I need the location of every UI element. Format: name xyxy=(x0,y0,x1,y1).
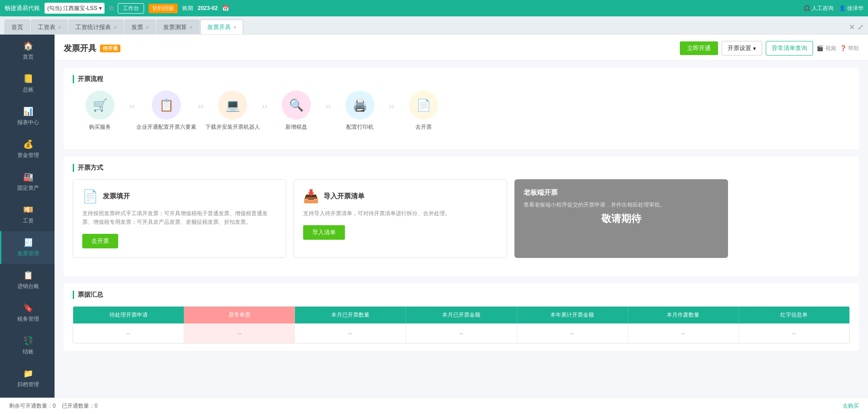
tab-invoice[interactable]: 发票 × xyxy=(125,20,155,34)
company-selector[interactable]: (勾当) 江西服宝-LSS ▾ xyxy=(45,3,105,14)
col-today-amount: 本月已开票金额 xyxy=(406,307,517,323)
sidebar-item-funds[interactable]: 💰 资金管理 xyxy=(0,133,55,166)
salary-icon: 💴 xyxy=(23,205,33,215)
tab-payroll-report-close[interactable]: × xyxy=(114,25,116,30)
sidebar-item-report[interactable]: 📊 报表中心 xyxy=(0,100,55,133)
tab-payroll-label: 工资表 xyxy=(38,23,55,31)
goto-buy-link[interactable]: 去购买 xyxy=(843,402,859,410)
calendar-icon[interactable]: 📅 xyxy=(222,5,229,11)
tab-close-all-button[interactable]: ✕ xyxy=(849,23,855,31)
funds-icon: 💰 xyxy=(23,139,33,149)
open-now-button[interactable]: 立即开通 xyxy=(680,41,718,55)
sidebar-item-fixed-label: 固定资产 xyxy=(17,184,39,192)
settlement-icon: 💱 xyxy=(23,336,33,346)
tab-payroll-close[interactable]: × xyxy=(58,25,61,30)
report-icon: 📊 xyxy=(23,106,33,116)
buy-service-label: 购买服务 xyxy=(89,123,111,131)
period-label: 账期 xyxy=(182,5,193,12)
flow-step-printer[interactable]: 🖨️ 配置打印机 xyxy=(333,91,387,131)
page-title: 发票开具 待开通 xyxy=(64,43,120,54)
flow-step-setup[interactable]: 📋 企业开通配置开票六要素 xyxy=(136,91,196,131)
printer-label: 配置打印机 xyxy=(346,123,374,131)
method-card-import: 📥 导入开票清单 支持导入待开票清单，可对待开票清单进行拆分、合并处理。 导入清… xyxy=(294,179,507,258)
workspace-button[interactable]: 工作台 xyxy=(118,3,144,14)
tab-invoice-calc[interactable]: 发票测算 × xyxy=(156,20,199,34)
billing-methods-section: 开票方式 📄 发票填开 支持按照发票样式手工填开发票；可开具增值税电子普通发票、… xyxy=(64,157,859,276)
flow-step-issue[interactable]: 📄 去开票 xyxy=(396,91,451,131)
go-issue-button[interactable]: 去开票 xyxy=(82,234,118,248)
sidebar-item-funds-label: 资金管理 xyxy=(17,151,39,159)
arrow-4: ›› xyxy=(325,101,331,120)
setup-label: 企业开通配置开票六要素 xyxy=(136,123,196,131)
cell-pending: -- xyxy=(73,323,184,343)
archive-icon: 📁 xyxy=(23,369,33,379)
method-manual-title: 发票填开 xyxy=(103,192,130,201)
issue-label: 去开票 xyxy=(415,123,432,131)
remaining-count: 剩余可开通数量：0 xyxy=(9,403,56,409)
tab-invoice-close[interactable]: × xyxy=(146,25,149,30)
ledger-icon: 📒 xyxy=(23,74,33,84)
open-settings-label: 开票设置 xyxy=(728,44,751,52)
flow-step-buy[interactable]: 🛒 购买服务 xyxy=(73,91,127,131)
sidebar-item-fixed[interactable]: 🏭 固定资产 xyxy=(0,166,55,198)
help-icon[interactable]: ❓ 帮助 xyxy=(840,45,859,52)
copy-icon[interactable]: ⧉ xyxy=(109,5,113,12)
invoice-icon: 🧾 xyxy=(23,237,33,247)
open-settings-button[interactable]: 开票设置 ▾ xyxy=(722,41,762,56)
sidebar: 🏠 首页 📒 总账 📊 报表中心 💰 资金管理 🏭 固定资产 💴 工资 🧾 发票… xyxy=(0,35,55,398)
abnormal-query-button[interactable]: 异常清单查询 xyxy=(766,41,813,56)
tab-expand-button[interactable]: ⤢ xyxy=(858,23,863,31)
summary-title: 票据汇总 xyxy=(73,291,850,299)
view-icon[interactable]: 🎬 视频 xyxy=(817,45,836,52)
download-icon: 💻 xyxy=(218,91,247,120)
sidebar-item-ledger-label: 总账 xyxy=(23,86,34,94)
summary-section: 票据汇总 待处理开票申请 异常单票 本月已开票数量 本月已开票金额 本年累计开票… xyxy=(64,283,859,351)
col-today-count: 本月已开票数量 xyxy=(295,307,406,323)
page-header: 发票开具 待开通 立即开通 开票设置 ▾ 异常清单查询 🎬 视频 ❓ 帮助 xyxy=(55,35,868,61)
tab-invoice-calc-close[interactable]: × xyxy=(190,25,192,30)
arrow-3: ›› xyxy=(262,101,267,120)
sidebar-item-invoice[interactable]: 🧾 发票管理 xyxy=(0,231,55,264)
customer-service-button[interactable]: 🎧 人工咨询 xyxy=(803,5,833,12)
sidebar-item-tax-label: 税务管理 xyxy=(17,315,39,323)
sidebar-item-report-label: 报表中心 xyxy=(17,119,39,126)
disk-icon: 🔍 xyxy=(282,91,311,120)
flow-steps: 🛒 购买服务 ›› 📋 企业开通配置开票六要素 ›› 💻 下载并安装开票机器人 … xyxy=(73,91,850,131)
boss-card-title: 老板端开票 xyxy=(524,188,719,197)
user-profile-button[interactable]: 👤 徐泽华 xyxy=(839,5,863,12)
tab-invoice-tool[interactable]: 发票开具 × xyxy=(200,20,243,34)
sidebar-item-archive[interactable]: 📁 归档管理 xyxy=(0,362,55,395)
flow-step-download[interactable]: 💻 下载并安装开票机器人 xyxy=(205,91,260,131)
sidebar-item-settlement[interactable]: 💱 结账 xyxy=(0,329,55,362)
top-bar-right: 🎧 人工咨询 👤 徐泽华 xyxy=(803,5,863,12)
sidebar-item-salary[interactable]: 💴 工资 xyxy=(0,198,55,231)
home-icon: 🏠 xyxy=(23,41,33,51)
summary-table: 待处理开票申请 异常单票 本月已开票数量 本月已开票金额 本年累计开票金额 本月… xyxy=(73,306,850,343)
main-layout: 🏠 首页 📒 总账 📊 报表中心 💰 资金管理 🏭 固定资产 💴 工资 🧾 发票… xyxy=(0,35,868,398)
old-version-button[interactable]: 切到旧版 xyxy=(149,4,178,13)
sidebar-item-tax[interactable]: 🔖 税务管理 xyxy=(0,297,55,329)
sidebar-item-home[interactable]: 🏠 首页 xyxy=(0,35,55,67)
tab-payroll[interactable]: 工资表 × xyxy=(31,20,68,34)
tab-invoice-tool-close[interactable]: × xyxy=(234,25,236,30)
import-list-button[interactable]: 导入清单 xyxy=(303,225,345,240)
page-title-text: 发票开具 xyxy=(64,43,96,54)
sidebar-item-ledger[interactable]: 📒 总账 xyxy=(0,67,55,100)
tab-payroll-report[interactable]: 工资统计报表 × xyxy=(69,20,123,34)
billing-methods-title: 开票方式 xyxy=(73,164,850,172)
cell-red-info: -- xyxy=(739,323,849,343)
app-logo: 畅捷通易代账 xyxy=(5,4,40,12)
tab-actions: ✕ ⤢ xyxy=(849,23,863,34)
purchase-icon: 📋 xyxy=(23,270,33,280)
bottom-bar-info: 剩余可开通数量：0 已开通数量：0 xyxy=(9,402,98,410)
content-area: 发票开具 待开通 立即开通 开票设置 ▾ 异常清单查询 🎬 视频 ❓ 帮助 开票… xyxy=(55,35,868,398)
page-content: 开票流程 🛒 购买服务 ›› 📋 企业开通配置开票六要素 ›› 💻 下载并安 xyxy=(55,61,868,365)
buy-service-icon: 🛒 xyxy=(85,91,115,120)
method-card-boss: 老板端开票 查看老板端小程序提交的开票申请，并作出相应处理审批。 敬请期待 xyxy=(514,179,728,258)
sidebar-item-purchase[interactable]: 📋 进销台账 xyxy=(0,264,55,297)
tab-home[interactable]: 首页 xyxy=(5,20,30,34)
tab-invoice-calc-label: 发票测算 xyxy=(163,23,187,31)
flow-step-disk[interactable]: 🔍 新增税盘 xyxy=(269,91,324,131)
printer-icon: 🖨️ xyxy=(345,91,374,120)
billing-methods: 📄 发票填开 支持按照发票样式手工填开发票；可开具增值税电子普通发票、增值税普通… xyxy=(73,179,850,258)
